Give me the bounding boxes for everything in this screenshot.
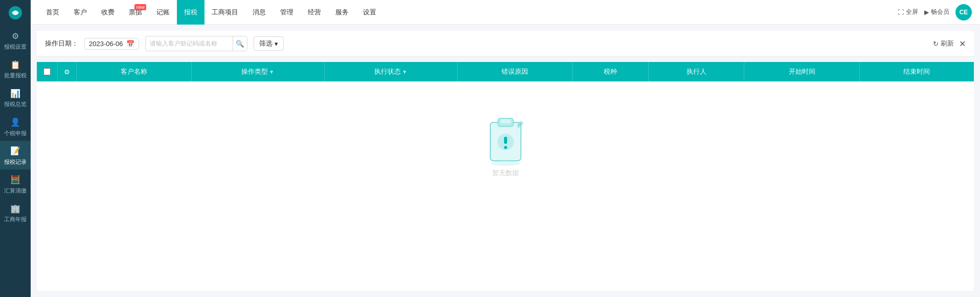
col-label-operation_type: 操作类型 bbox=[241, 68, 268, 75]
sidebar-item-label: 个税申报 bbox=[4, 130, 27, 137]
refresh-icon: ↻ bbox=[933, 40, 939, 48]
topnav-item-jizhang[interactable]: 记账 bbox=[149, 0, 177, 25]
topnav-item-fuwu[interactable]: 服务 bbox=[328, 0, 356, 25]
fullscreen-button[interactable]: ⛶ 全屏 bbox=[898, 8, 918, 16]
sidebar-item-label: 报税记录 bbox=[4, 159, 27, 165]
topnav-label-shoufei: 收费 bbox=[101, 8, 115, 17]
col-label-tax_type: 税种 bbox=[604, 68, 617, 75]
refresh-button[interactable]: ↻ 刷新 bbox=[933, 39, 954, 48]
col-settings[interactable]: ⚙ bbox=[57, 62, 76, 81]
col-checkbox[interactable] bbox=[37, 62, 57, 81]
topnav-item-baoshui[interactable]: 报税 bbox=[177, 0, 204, 25]
calendar-icon: 📅 bbox=[126, 40, 134, 48]
sidebar-item-baoshui-zonglан[interactable]: 📊 报税总览 bbox=[0, 83, 31, 112]
refresh-label: 刷新 bbox=[941, 39, 954, 48]
avatar-text: CE bbox=[960, 9, 968, 16]
col-operation_type: 操作类型▼ bbox=[191, 62, 324, 81]
filter-button[interactable]: 筛选 ▾ bbox=[254, 36, 284, 51]
svg-rect-6 bbox=[504, 146, 507, 149]
col-label-customer_name: 客户名称 bbox=[121, 68, 147, 75]
sidebar: ⚙ 报税设置 📋 批量报税 📊 报税总览 👤 个税申报 📝 报税记录 🧮 汇算清… bbox=[0, 0, 31, 297]
table-container: ⚙客户名称操作类型▼执行状态▼错误原因税种执行人开始时间结束时间 bbox=[37, 62, 974, 291]
col-end_time: 结束时间 bbox=[859, 62, 974, 81]
col-label-error_reason: 错误原因 bbox=[502, 68, 528, 75]
top-navigation: 首页客户收费票据new记账报税工商项目消息管理经营服务设置 ⛶ 全屏 ▶ 畅会员… bbox=[31, 0, 980, 25]
search-box: 🔍 bbox=[145, 36, 247, 51]
member-button[interactable]: ▶ 畅会员 bbox=[924, 8, 949, 16]
topnav-item-home[interactable]: 首页 bbox=[39, 0, 66, 25]
topnav-items: 首页客户收费票据new记账报税工商项目消息管理经营服务设置 bbox=[39, 0, 898, 25]
topnav-label-customer: 客户 bbox=[74, 8, 87, 17]
topnav-label-baoshui: 报税 bbox=[184, 8, 197, 17]
col-customer_name: 客户名称 bbox=[76, 62, 191, 81]
piliang-baoshui-icon: 📋 bbox=[9, 58, 21, 71]
topnav-item-jingying[interactable]: 经营 bbox=[301, 0, 328, 25]
fullscreen-icon: ⛶ bbox=[898, 9, 904, 16]
gongshang-nianbao-icon: 🏢 bbox=[9, 202, 21, 215]
sidebar-item-baoshui-shezhi[interactable]: ⚙ 报税设置 bbox=[0, 26, 31, 54]
date-value: 2023-06-06 bbox=[89, 40, 123, 48]
chevron-down-icon: ▾ bbox=[275, 40, 278, 48]
search-button[interactable]: 🔍 bbox=[233, 36, 247, 51]
select-all-checkbox[interactable] bbox=[43, 68, 51, 75]
svg-rect-5 bbox=[504, 137, 507, 144]
baoshui-zonglан-icon: 📊 bbox=[9, 87, 21, 99]
topnav-item-piaoju[interactable]: 票据new bbox=[122, 0, 149, 25]
close-button[interactable]: ✕ bbox=[959, 39, 966, 49]
avatar[interactable]: CE bbox=[955, 4, 972, 20]
topnav-right: ⛶ 全屏 ▶ 畅会员 CE bbox=[898, 4, 972, 20]
baoshui-jilu-icon: 📝 bbox=[9, 145, 21, 157]
col-label-exec_status: 执行状态 bbox=[374, 68, 401, 75]
member-label: 畅会员 bbox=[931, 8, 949, 16]
topnav-label-shezhi: 设置 bbox=[363, 8, 376, 17]
toolbar-right: ↻ 刷新 ✕ bbox=[933, 39, 966, 49]
sidebar-item-huisuan-jiaona[interactable]: 🧮 汇算清缴 bbox=[0, 169, 31, 198]
baoshui-shezhi-icon: ⚙ bbox=[9, 30, 21, 42]
topnav-item-shoufei[interactable]: 收费 bbox=[94, 0, 122, 25]
sidebar-item-geshui-shenbao[interactable]: 👤 个税申报 bbox=[0, 112, 31, 141]
geshui-shenbao-icon: 👤 bbox=[9, 116, 21, 129]
topnav-item-guanli[interactable]: 管理 bbox=[273, 0, 301, 25]
sidebar-item-label: 报税设置 bbox=[4, 44, 27, 50]
video-icon: ▶ bbox=[924, 9, 929, 16]
col-executor: 执行人 bbox=[649, 62, 744, 81]
empty-state: 暂无数据 bbox=[37, 81, 974, 208]
empty-illustration bbox=[480, 112, 531, 168]
svg-point-7 bbox=[491, 161, 520, 166]
col-label-executor: 执行人 bbox=[687, 68, 706, 75]
col-start_time: 开始时间 bbox=[744, 62, 859, 81]
col-label-end_time: 结束时间 bbox=[903, 68, 930, 75]
sidebar-item-gongshang-nianbao[interactable]: 🏢 工商年报 bbox=[0, 198, 31, 227]
topnav-item-xiaoxi[interactable]: 消息 bbox=[245, 0, 273, 25]
toolbar: 操作日期： 2023-06-06 📅 🔍 筛选 ▾ ↻ bbox=[37, 31, 974, 57]
filter-label: 筛选 bbox=[259, 39, 272, 48]
content-area: 操作日期： 2023-06-06 📅 🔍 筛选 ▾ ↻ bbox=[31, 25, 980, 297]
date-label: 操作日期： bbox=[45, 39, 78, 48]
huisuan-jiaona-icon: 🧮 bbox=[9, 174, 21, 186]
sidebar-item-label: 报税总览 bbox=[4, 101, 27, 108]
topnav-item-gongshang[interactable]: 工商项目 bbox=[204, 0, 245, 25]
sidebar-item-baoshui-jilu[interactable]: 📝 报税记录 bbox=[0, 141, 31, 169]
topnav-item-shezhi[interactable]: 设置 bbox=[356, 0, 383, 25]
sidebar-item-label: 汇算清缴 bbox=[4, 187, 27, 194]
fullscreen-label: 全屏 bbox=[906, 8, 918, 16]
topnav-item-customer[interactable]: 客户 bbox=[66, 0, 94, 25]
date-picker[interactable]: 2023-06-06 📅 bbox=[84, 38, 139, 50]
sidebar-item-piliang-baoshui[interactable]: 📋 批量报税 bbox=[0, 54, 31, 83]
svg-rect-3 bbox=[500, 119, 511, 123]
main-area: 首页客户收费票据new记账报税工商项目消息管理经营服务设置 ⛶ 全屏 ▶ 畅会员… bbox=[31, 0, 980, 297]
filter-icon-operation_type: ▼ bbox=[269, 69, 274, 75]
topnav-label-jingying: 经营 bbox=[308, 8, 321, 17]
col-label-start_time: 开始时间 bbox=[789, 68, 815, 75]
topnav-label-xiaoxi: 消息 bbox=[253, 8, 266, 17]
settings-icon[interactable]: ⚙ bbox=[64, 68, 70, 76]
topnav-label-gongshang: 工商项目 bbox=[212, 8, 238, 17]
topnav-label-fuwu: 服务 bbox=[335, 8, 349, 17]
filter-icon-exec_status: ▼ bbox=[402, 69, 407, 75]
topnav-label-guanli: 管理 bbox=[280, 8, 293, 17]
data-table: ⚙客户名称操作类型▼执行状态▼错误原因税种执行人开始时间结束时间 bbox=[37, 62, 974, 208]
col-error_reason: 错误原因 bbox=[457, 62, 572, 81]
topnav-label-jizhang: 记账 bbox=[156, 8, 170, 17]
search-input[interactable] bbox=[146, 38, 233, 49]
sidebar-item-label: 批量报税 bbox=[4, 72, 27, 79]
